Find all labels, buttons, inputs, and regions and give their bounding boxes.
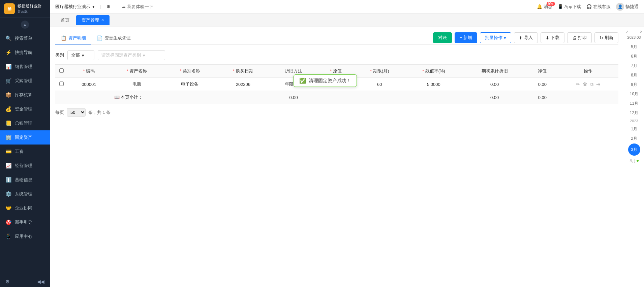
batch-btn[interactable]: 批量操作 ▾ [480,32,511,43]
inventory-icon: 📦 [5,92,11,98]
online-service-btn[interactable]: 🎧 在线客服 [586,4,611,10]
quick-nav-icon: ⚡ [5,50,11,56]
more-icon[interactable]: ⇥ [596,82,600,87]
timeline-month-2023-3[interactable]: 3月 [628,144,640,156]
sidebar-item-ledger[interactable]: 📒 总账管理 [0,116,50,130]
row-checkbox[interactable] [59,82,64,86]
tab-asset-management[interactable]: 资产管理 ✕ [76,15,110,25]
timeline-month-6[interactable]: 6月 [627,52,642,61]
main-area: 医疗器械行业演示 ▾ | ⚙ ☁ 我要体验一下 🔔 消息 99+ 📱 App下载… [50,0,644,287]
cell-period: 60 [354,78,405,91]
select-all-checkbox[interactable] [59,68,64,73]
timeline-month-8[interactable]: 8月 [627,71,642,79]
settings-icon[interactable]: ⚙ [5,279,10,284]
sales-icon: 📊 [5,64,11,70]
sidebar-item-salary[interactable]: 💳 工资 [0,145,50,159]
refresh-icon: ↻ [600,35,603,40]
import-btn[interactable]: ⬆ 导入 [514,32,538,43]
col-purchase-date: * 购买日期 [216,65,270,78]
page-content: 📋 资产明细 📄 变更生成凭证 对账 + 新增 批量操作 [50,27,624,287]
bell-icon: 🔔 [537,4,542,9]
sidebar-item-finance[interactable]: 💰 资金管理 [0,102,50,116]
timeline-month-2023-4[interactable]: 4月 [627,156,642,165]
reconcile-btn[interactable]: 对账 [433,32,452,43]
delete-icon[interactable]: 🗑 [583,82,587,87]
app-center-icon: 📱 [5,233,11,240]
timeline-close-icon[interactable]: ✕ [640,30,643,34]
timeline-month-12[interactable]: 12月 [627,108,642,117]
col-residual-rate: * 残值率(%) [405,65,462,78]
sidebar-item-enterprise[interactable]: 🤝 企业协同 [0,201,50,215]
settings-gear[interactable]: ⚙ [106,4,111,9]
timeline-month-11[interactable]: 11月 [627,99,642,108]
doc-icon: 📄 [97,35,102,41]
collapse-icon[interactable]: ◀◀ [37,279,44,284]
app-download-btn[interactable]: 📱 App下载 [558,4,581,10]
print-btn[interactable]: 🖨 打印 [567,32,592,43]
timeline-month-9[interactable]: 9月 [627,80,642,89]
search-icon: 🔍 [5,35,11,41]
sidebar-item-app-center[interactable]: 📱 应用中心 [0,229,50,244]
cell-code: 000001 [68,78,110,91]
new-btn[interactable]: + 新增 [455,32,477,43]
sidebar-item-system[interactable]: ⚙️ 系统管理 [0,187,50,201]
sidebar-item-sales[interactable]: 📊 销售管理 [0,60,50,74]
sidebar-scroll-up[interactable]: ▲ [21,21,29,29]
timeline-month-2023-1[interactable]: 1月 [627,125,642,133]
sub-tab-voucher[interactable]: 📄 变更生成凭证 [91,32,136,44]
col-name: * 资产名称 [110,65,163,78]
col-net-value: 净值 [527,65,558,78]
cell-initial-depreciation: 0.00 [463,78,527,91]
timeline-year-header: 2023.03 [627,35,641,39]
sidebar-item-operations[interactable]: 📈 经营管理 [0,159,50,173]
tab-home[interactable]: 首页 [55,15,75,25]
col-category: * 类别名称 [163,65,217,78]
table-wrap: * 编码 * 资产名称 * 类别名称 [55,64,618,104]
timeline-month-2023-2[interactable]: 2月 [627,134,642,143]
sidebar-item-inventory[interactable]: 📦 库存核算 [0,88,50,102]
timeline-month-7[interactable]: 7月 [627,61,642,70]
per-page-select[interactable]: 50 100 200 [67,108,86,117]
tab-close-icon[interactable]: ✕ [101,18,104,22]
sidebar-item-basic-info[interactable]: ℹ️ 基础信息 [0,173,50,187]
sidebar-item-search[interactable]: 🔍 搜索菜单 [0,31,50,45]
notification-btn[interactable]: 🔔 消息 99+ [537,4,552,10]
experience-btn[interactable]: ☁ 我要体验一下 [121,4,153,10]
cell-purchase-date: 202206 [216,78,270,91]
sidebar-nav: ▲ 🔍 搜索菜单 ⚡ 快捷导航 📊 销售管理 🛒 采购管理 📦 库存核算 💰 资… [0,18,50,276]
timeline-year-2023: 2023 [630,119,638,123]
timeline-month-5[interactable]: 5月 [627,42,642,51]
logo-icon: 畅 [4,3,15,14]
enterprise-icon: 🤝 [5,205,11,211]
cloud-icon: ☁ [121,4,126,9]
copy-icon[interactable]: ⧉ [590,82,593,87]
sidebar-item-fixed-assets[interactable]: 🏢 固定资产 [0,130,50,145]
company-selector[interactable]: 医疗器械行业演示 ▾ [55,4,95,10]
sub-tab-asset-detail[interactable]: 📋 资产明细 [55,32,91,44]
subtotal-original: 0.00 [270,91,317,104]
list-icon: 📋 [61,35,66,41]
sidebar-item-quick-nav[interactable]: ⚡ 快捷导航 [0,45,50,60]
timeline-month-10[interactable]: 10月 [627,90,642,98]
user-profile[interactable]: 👤 畅捷通 [616,3,639,11]
category-filter-all[interactable]: 全部 ▾ [67,50,94,60]
cell-name: 电脑 [110,78,163,91]
subtotal-book-icon: 📖 [114,95,120,100]
guide-icon: 🎯 [5,219,11,225]
col-period: * 期限(月) [354,65,405,78]
edit-icon[interactable]: ✏ [576,82,580,87]
sidebar-item-guide[interactable]: 🎯 新手引导 [0,215,50,229]
download-btn[interactable]: ⬇ 下载 [541,32,564,43]
sidebar-item-purchase[interactable]: 🛒 采购管理 [0,74,50,88]
category-filter-select[interactable]: 请选择固定资产类别 ▾ [98,50,165,60]
timeline-dot [637,160,639,162]
ledger-icon: 📒 [5,120,11,126]
cell-category: 电子设备 [163,78,217,91]
refresh-btn[interactable]: ↻ 刷新 [594,32,618,43]
company-name: 医疗器械行业演示 [55,4,90,10]
avatar: 👤 [616,3,624,11]
timeline-expand-icon[interactable]: ⤢ [625,30,628,34]
subtotal-depreciation: 0.00 [463,91,527,104]
filter-row: 类别 全部 ▾ 请选择固定资产类别 ▾ [55,50,618,60]
logo-edition: 普及版 [18,9,42,14]
